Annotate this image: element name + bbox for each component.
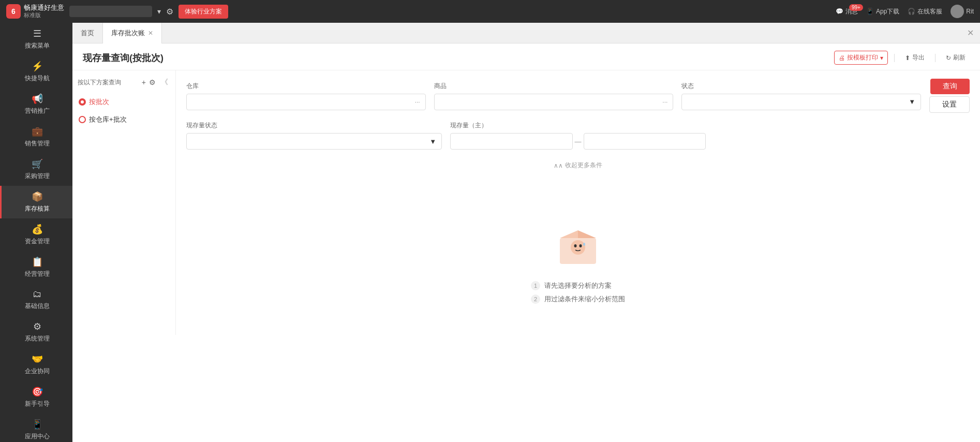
warehouse-more-icon: ··· xyxy=(415,98,420,106)
filter-layout: 按以下方案查询 + ⚙ 《 按批次 xyxy=(72,70,980,335)
tab-close-btn[interactable]: ✕ xyxy=(148,30,153,37)
svg-point-3 xyxy=(571,240,585,255)
top-bar-right: 💬 消息 99+ 📱 App下载 🎧 在线客服 Rit xyxy=(836,5,974,18)
stock-main-max[interactable] xyxy=(584,133,706,150)
scheme-collapse-btn[interactable]: 《 xyxy=(159,76,170,89)
export-icon: ⬆ xyxy=(905,54,910,62)
enterprise-icon: 🤝 xyxy=(32,353,43,365)
stock-main-range: — xyxy=(450,133,706,150)
product-input[interactable]: ··· xyxy=(434,94,674,110)
sidebar-item-label: 新手引导 xyxy=(25,400,50,408)
search-dropdown-btn[interactable]: ▾ xyxy=(157,7,161,16)
app-download-item[interactable]: 📱 App下载 xyxy=(866,7,899,16)
purchase-icon: 🛒 xyxy=(32,158,43,170)
filter-area: 仓库 ··· 商品 ··· xyxy=(176,70,980,181)
header-actions: 🖨 按模板打印 ▾ ⬆ 导出 ↻ 刷新 xyxy=(834,51,970,65)
stock-main-filter-group: 现存量（主） — xyxy=(450,121,706,150)
print-label: 按模板打印 xyxy=(847,53,878,62)
sidebar-item-enterprise[interactable]: 🤝 企业协同 xyxy=(0,348,72,381)
scheme-dot-inner xyxy=(81,100,84,104)
empty-hint-2: 2 用过滤条件来缩小分析范围 xyxy=(531,294,625,304)
tab-home-label: 首页 xyxy=(81,28,94,38)
svg-point-4 xyxy=(574,244,577,247)
username: Rit xyxy=(966,8,974,15)
sidebar-item-search[interactable]: ☰ 搜索菜单 xyxy=(0,23,72,55)
scheme-add-btn[interactable]: + xyxy=(142,76,146,89)
sidebar-item-label: 采购管理 xyxy=(25,172,50,181)
collapse-chevron-up: ∧∧ xyxy=(554,162,563,169)
scheme-item-by-warehouse-batch[interactable]: 按仓库+批次 xyxy=(72,111,175,128)
sidebar-item-apps[interactable]: 📱 应用中心 xyxy=(0,414,72,442)
message-icon: 💬 xyxy=(836,8,843,15)
tab-inventory-batch[interactable]: 库存批次账 ✕ xyxy=(103,23,162,43)
collapse-more-label: 收起更多条件 xyxy=(565,161,602,170)
svg-point-5 xyxy=(580,244,582,247)
search-input[interactable] xyxy=(69,6,152,17)
hint-num-1: 1 xyxy=(531,281,540,290)
sidebar: ☰ 搜索菜单 ⚡ 快捷导航 📢 营销推广 💼 销售管理 🛒 采购管理 📦 库存核… xyxy=(0,23,72,442)
empty-hints: 1 请先选择要分析的方案 2 用过滤条件来缩小分析范围 xyxy=(531,281,625,304)
basic-icon: 🗂 xyxy=(33,289,42,300)
sidebar-item-operations[interactable]: 📋 经营管理 xyxy=(0,251,72,284)
sidebar-item-newguide[interactable]: 🎯 新手引导 xyxy=(0,381,72,414)
hint-text-2: 用过滤条件来缩小分析范围 xyxy=(544,294,625,304)
company-info: 畅康通好生意 标准版 xyxy=(24,4,64,20)
export-btn[interactable]: ⬆ 导出 xyxy=(901,51,929,64)
online-service-item[interactable]: 🎧 在线客服 xyxy=(908,7,942,16)
sidebar-item-system[interactable]: ⚙ 系统管理 xyxy=(0,316,72,348)
top-bar-left: 6 畅康通好生意 标准版 ▾ ⚙ 体验行业方案 xyxy=(6,4,228,20)
svg-marker-1 xyxy=(560,230,578,238)
sidebar-item-basic[interactable]: 🗂 基础信息 xyxy=(0,284,72,316)
export-label: 导出 xyxy=(912,53,925,62)
sidebar-item-quicknav[interactable]: ⚡ 快捷导航 xyxy=(0,55,72,88)
inventory-icon: 📦 xyxy=(32,191,43,202)
page-header: 现存量查询(按批次) 🖨 按模板打印 ▾ ⬆ 导出 ↻ 刷 xyxy=(72,43,980,70)
sidebar-item-label: 资金管理 xyxy=(25,237,50,246)
filter-settings-btn[interactable]: 设置 xyxy=(929,96,970,113)
query-btn[interactable]: 查询 xyxy=(930,79,970,94)
top-bar: 6 畅康通好生意 标准版 ▾ ⚙ 体验行业方案 💬 消息 99+ 📱 App下载… xyxy=(0,0,980,23)
scheme-header-label: 按以下方案查询 xyxy=(78,78,121,87)
refresh-label: 刷新 xyxy=(953,53,966,62)
scheme-settings-btn[interactable]: ⚙ xyxy=(149,76,156,89)
status-select[interactable]: ▼ xyxy=(681,94,921,110)
empty-state: 1 请先选择要分析的方案 2 用过滤条件来缩小分析范围 xyxy=(176,181,980,335)
product-label: 商品 xyxy=(434,82,674,91)
avatar xyxy=(951,5,964,18)
messages-item[interactable]: 💬 消息 99+ xyxy=(836,7,858,16)
quicknav-icon: ⚡ xyxy=(32,61,43,72)
svg-point-6 xyxy=(583,243,585,246)
sidebar-item-label: 应用中心 xyxy=(25,432,50,441)
sidebar-item-finance[interactable]: 💰 资金管理 xyxy=(0,218,72,251)
sidebar-item-label: 库存核算 xyxy=(25,204,50,213)
trial-btn[interactable]: 体验行业方案 xyxy=(179,5,228,19)
sidebar-item-marketing[interactable]: 📢 营销推广 xyxy=(0,88,72,121)
sidebar-item-label: 经营管理 xyxy=(25,270,50,278)
refresh-btn[interactable]: ↻ 刷新 xyxy=(942,51,970,64)
stock-status-select[interactable]: ▼ xyxy=(186,133,442,150)
scheme-header-actions: + ⚙ 《 xyxy=(142,76,170,89)
warehouse-input[interactable]: ··· xyxy=(186,94,426,110)
apps-icon: 📱 xyxy=(32,419,43,430)
operations-icon: 📋 xyxy=(32,256,43,268)
user-item[interactable]: Rit xyxy=(951,5,974,18)
print-template-btn[interactable]: 🖨 按模板打印 ▾ xyxy=(834,51,888,65)
close-panel-btn[interactable]: ✕ xyxy=(967,28,974,38)
tab-home[interactable]: 首页 xyxy=(72,23,103,43)
logo-area: 6 畅康通好生意 标准版 xyxy=(6,4,64,20)
collapse-more-btn[interactable]: ∧∧ 收起更多条件 xyxy=(186,158,970,173)
sidebar-item-inventory[interactable]: 📦 库存核算 xyxy=(0,186,72,218)
range-separator: — xyxy=(575,138,582,145)
sidebar-item-purchase[interactable]: 🛒 采购管理 xyxy=(0,153,72,186)
filter-results-area: 仓库 ··· 商品 ··· xyxy=(176,70,980,335)
divider-v2 xyxy=(935,54,936,62)
newguide-icon: 🎯 xyxy=(32,386,43,397)
filter-row-1: 仓库 ··· 商品 ··· xyxy=(186,79,970,113)
stock-main-min[interactable] xyxy=(450,133,573,150)
scheme-item-by-batch[interactable]: 按批次 xyxy=(72,93,175,111)
topbar-settings-btn[interactable]: ⚙ xyxy=(166,7,173,17)
svg-marker-2 xyxy=(578,230,596,238)
sidebar-item-sales[interactable]: 💼 销售管理 xyxy=(0,121,72,153)
sidebar-item-label: 搜索菜单 xyxy=(25,41,50,50)
app-logo: 6 xyxy=(6,4,21,19)
